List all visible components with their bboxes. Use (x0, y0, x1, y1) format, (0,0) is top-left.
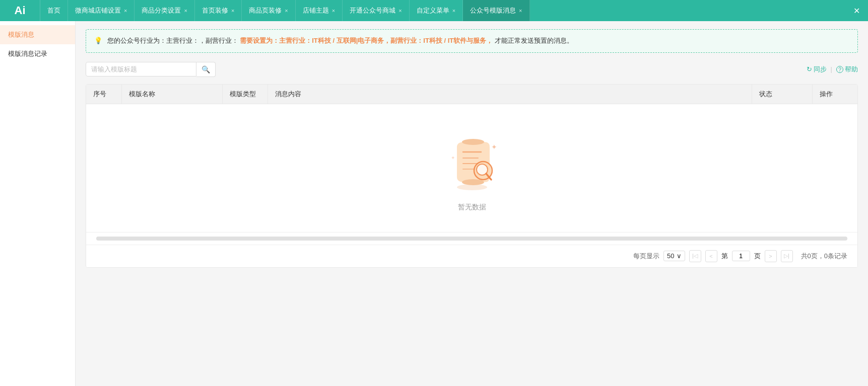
page-number-input[interactable] (732, 251, 750, 261)
tab-category-settings[interactable]: 商品分类设置 × (135, 0, 194, 21)
pagination: 每页显示 50 ∨ |◁ < 第 页 > ▷| (86, 245, 857, 267)
horizontal-scrollbar[interactable] (96, 237, 847, 241)
close-shop-theme[interactable]: × (332, 8, 335, 14)
tab-home-decor[interactable]: 首页装修 × (195, 0, 242, 21)
search-button[interactable]: 🔍 (196, 62, 216, 77)
empty-state-row: ✦ ✦ 暂无数据 (86, 104, 857, 232)
svg-text:✦: ✦ (451, 155, 455, 161)
main-layout: 模版消息 模版消息记录 💡 您的公众号行业为：主营行业：，副营行业： 需要设置为… (0, 21, 868, 386)
close-all-tabs[interactable]: ✕ (845, 6, 868, 16)
close-category-settings[interactable]: × (184, 8, 187, 14)
empty-state: ✦ ✦ 暂无数据 (86, 104, 857, 232)
close-template-msg[interactable]: × (519, 8, 522, 14)
col-header-status: 状态 (752, 85, 812, 104)
tab-product-decor[interactable]: 商品页装修 × (242, 0, 295, 21)
col-header-index: 序号 (86, 85, 121, 104)
notice-highlight: 需要设置为：主营行业：IT科技 / 互联网|电子商务，副营行业：IT科技 / I… (240, 37, 493, 44)
svg-point-2 (462, 179, 484, 185)
svg-point-1 (462, 139, 484, 145)
search-bar: 🔍 ↻ 同步 | ? 帮助 (86, 62, 858, 77)
sync-label: 同步 (814, 65, 827, 74)
help-icon: ? (836, 66, 843, 73)
sync-button[interactable]: ↻ 同步 (807, 65, 827, 74)
col-header-type: 模版类型 (222, 85, 268, 104)
table-container: 序号 模版名称 模版类型 消息内容 状态 操作 (86, 84, 858, 268)
first-page-button[interactable]: |◁ (689, 250, 701, 262)
page-size-select[interactable]: 50 ∨ (663, 251, 685, 261)
empty-illustration: ✦ ✦ (442, 134, 502, 195)
close-product-decor[interactable]: × (285, 8, 288, 14)
sidebar-item-template-message[interactable]: 模版消息 (0, 25, 75, 44)
sidebar: 模版消息 模版消息记录 (0, 21, 76, 386)
page-size-label: 每页显示 (633, 252, 659, 261)
next-page-button[interactable]: > (765, 250, 777, 262)
toolbar-divider: | (831, 65, 832, 73)
app-logo: Ai (0, 0, 40, 21)
tab-template-msg[interactable]: 公众号模版消息 × (463, 0, 529, 21)
toolbar-right: ↻ 同步 | ? 帮助 (807, 65, 858, 74)
notice-suffix: 才能正常发送预置的消息。 (495, 37, 573, 44)
page-size-dropdown-icon: ∨ (677, 252, 682, 260)
tab-open-mall[interactable]: 开通公众号商城 × (343, 0, 409, 21)
notice-icon: 💡 (94, 37, 102, 44)
next-page-icon: > (769, 253, 772, 259)
tab-shop-theme[interactable]: 店铺主题 × (296, 0, 343, 21)
data-table: 序号 模版名称 模版类型 消息内容 状态 操作 (86, 85, 857, 232)
help-label: 帮助 (845, 65, 858, 74)
prev-page-button[interactable]: < (705, 250, 717, 262)
notice-prefix: 您的公众号行业为：主营行业：，副营行业： (107, 37, 238, 44)
tab-shop-settings[interactable]: 微商城店铺设置 × (68, 0, 135, 21)
pagination-total: 共0页，0条记录 (801, 252, 847, 261)
topbar: Ai 首页 微商城店铺设置 × 商品分类设置 × 首页装修 × 商品页装修 × … (0, 0, 868, 21)
svg-text:✦: ✦ (491, 143, 497, 151)
content-area: 💡 您的公众号行业为：主营行业：，副营行业： 需要设置为：主营行业：IT科技 /… (76, 21, 868, 386)
last-page-icon: ▷| (784, 253, 789, 259)
search-input[interactable] (86, 62, 196, 76)
close-shop-settings[interactable]: × (124, 8, 127, 14)
table-header-row: 序号 模版名称 模版类型 消息内容 状态 操作 (86, 85, 857, 104)
page-suffix: 页 (754, 252, 761, 261)
tab-custom-menu[interactable]: 自定义菜单 × (410, 0, 463, 21)
sidebar-item-template-records[interactable]: 模版消息记录 (0, 44, 75, 63)
page-label: 第 (721, 252, 728, 261)
help-button[interactable]: ? 帮助 (836, 65, 858, 74)
sync-icon: ↻ (807, 65, 812, 73)
search-icon: 🔍 (202, 65, 210, 73)
empty-text: 暂无数据 (458, 203, 486, 212)
col-header-content: 消息内容 (268, 85, 752, 104)
scrollbar-container (86, 232, 857, 245)
last-page-button[interactable]: ▷| (781, 250, 793, 262)
first-page-icon: |◁ (692, 253, 698, 259)
col-header-action: 操作 (812, 85, 857, 104)
page-size-value: 50 (667, 252, 674, 260)
close-home-decor[interactable]: × (231, 8, 234, 14)
close-open-mall[interactable]: × (398, 8, 402, 14)
tab-home[interactable]: 首页 (40, 0, 68, 21)
close-custom-menu[interactable]: × (452, 8, 455, 14)
col-header-name: 模版名称 (121, 85, 222, 104)
prev-page-icon: < (709, 253, 712, 259)
notice-box: 💡 您的公众号行业为：主营行业：，副营行业： 需要设置为：主营行业：IT科技 /… (86, 29, 858, 53)
